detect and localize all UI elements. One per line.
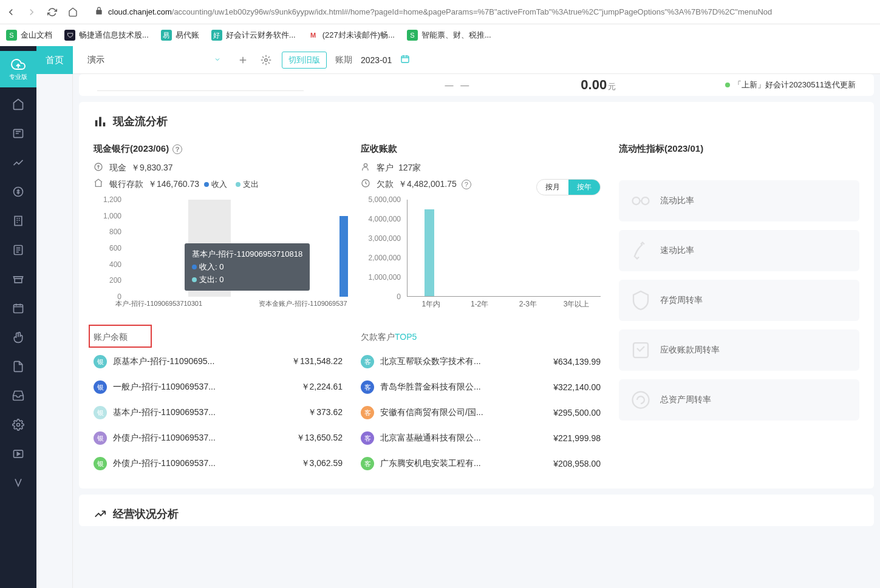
bar-group[interactable]: [326, 216, 362, 297]
cloud-upload-icon: [10, 57, 27, 72]
nav-home-button[interactable]: [67, 6, 79, 18]
account-icon: 银: [94, 355, 107, 368]
toggle-year[interactable]: 按年: [568, 180, 600, 195]
bookmark-item[interactable]: M(227封未读邮件)畅...: [308, 30, 395, 41]
top5-row[interactable]: 客北京富基融通科技有限公...¥221,999.98: [361, 425, 601, 451]
metric-card[interactable]: 速动比率: [619, 230, 859, 271]
metric-label: 流动比率: [660, 195, 694, 206]
tab-home-label: 首页: [46, 55, 64, 66]
account-row[interactable]: 银外债户-招行-1109069537...￥13,650.52: [94, 425, 343, 451]
liquidity-heading: 流动性指标(2023/01): [619, 143, 859, 155]
customer-icon: 客: [361, 457, 374, 470]
bookmark-label: 易代账: [176, 30, 199, 41]
bookmark-label: 金山文档: [21, 30, 52, 41]
svg-point-16: [642, 197, 649, 204]
bookmark-item[interactable]: 易易代账: [161, 30, 199, 41]
metric-card[interactable]: 应收账款周转率: [619, 329, 859, 371]
y-tick: 1,000,000: [369, 273, 401, 282]
tooltip-title: 基本户-招行-110906953710818: [192, 248, 302, 261]
metric-label: 存货周转率: [660, 295, 703, 306]
tab-home[interactable]: 首页: [36, 46, 73, 74]
sidebar-video-icon[interactable]: [6, 442, 30, 466]
plot-area: [407, 200, 601, 297]
settings-button[interactable]: [259, 53, 273, 67]
owed-label: 欠款: [377, 179, 394, 190]
sidebar-voucher-icon[interactable]: [6, 121, 30, 146]
top5-row[interactable]: 客青岛华胜普金科技有限公...¥322,140.00: [361, 374, 601, 400]
sidebar-inbox-icon[interactable]: [6, 384, 30, 408]
amount-value: 0.00: [581, 77, 607, 92]
url-bar[interactable]: cloud.chanjet.com/accounting/uw1eb00zy96…: [87, 3, 875, 21]
sidebar-v-icon[interactable]: [6, 471, 30, 495]
news-ticker[interactable]: 「上新」好会计20230511迭代更新: [725, 79, 856, 90]
nav-reload-button[interactable]: [46, 6, 58, 18]
app-container: 专业版 首页 演示 切到旧版 账期 2023-01: [0, 46, 880, 588]
account-row[interactable]: 银一般户-招行-1109069537...￥2,224.61: [94, 374, 343, 400]
user-icon: [361, 162, 372, 174]
browser-toolbar: cloud.chanjet.com/accounting/uw1eb00zy96…: [0, 0, 880, 24]
bookmarks-bar: S金山文档 🛡畅捷通信息技术股... 易易代账 好好会计云财务软件... M(2…: [0, 24, 880, 46]
customer-amount: ¥322,140.00: [553, 382, 601, 392]
search-stub[interactable]: [97, 79, 304, 91]
app-logo[interactable]: 专业版: [0, 51, 36, 87]
top5-row[interactable]: 客广东腾安机电安装工程有...¥208,958.00: [361, 451, 601, 476]
period-label: 账期: [335, 55, 352, 66]
nav-back-button[interactable]: [5, 6, 17, 18]
bookmark-item[interactable]: 🛡畅捷通信息技术股...: [64, 30, 149, 41]
customer-icon: 客: [361, 406, 374, 419]
legend-expense[interactable]: 支出: [236, 179, 259, 190]
sidebar-receipt-icon[interactable]: [6, 238, 30, 262]
bookmark-item[interactable]: S金山文档: [6, 30, 52, 41]
customer-amount: ¥221,999.98: [553, 433, 601, 443]
account-amount: ￥2,224.61: [301, 382, 343, 393]
sidebar-hand-icon[interactable]: [6, 325, 30, 350]
account-amount: ￥13,650.52: [296, 433, 343, 444]
y-tick: 5,000,000: [369, 195, 401, 204]
bookmark-item[interactable]: S智能票、财、税推...: [407, 30, 491, 41]
company-select[interactable]: 演示: [81, 52, 227, 68]
metric-card[interactable]: 总资产周转率: [619, 379, 859, 421]
account-row[interactable]: 银基本户-招行-1109069537...￥373.62: [94, 400, 343, 425]
nav-forward-button[interactable]: [26, 6, 38, 18]
bar[interactable]: [425, 209, 434, 296]
tooltip-expense: 支出: 0: [199, 275, 223, 284]
sidebar-chart-icon[interactable]: [6, 150, 30, 175]
legend-expense-label: 支出: [243, 179, 259, 190]
x-label: 1-2年: [455, 299, 504, 309]
sidebar-store-icon[interactable]: [6, 267, 30, 291]
sidebar-money-icon[interactable]: [6, 180, 30, 204]
account-name: 原基本户-招行-11090695...: [113, 356, 214, 367]
legend-income[interactable]: 收入: [204, 179, 227, 190]
sidebar-doc-icon[interactable]: [6, 354, 30, 379]
switch-old-button[interactable]: 切到旧版: [282, 52, 327, 69]
bookmark-item[interactable]: 好好会计云财务软件...: [211, 30, 296, 41]
metric-card[interactable]: 存货周转率: [619, 280, 859, 321]
help-icon[interactable]: ?: [462, 180, 471, 189]
tooltip-income: 收入: 0: [199, 262, 223, 271]
sidebar-home-icon[interactable]: [6, 92, 30, 117]
calendar-icon[interactable]: [400, 54, 410, 66]
top5-row[interactable]: 客北京互帮联众数字技术有...¥634,139.99: [361, 349, 601, 374]
customer-amount: ¥634,139.99: [553, 357, 601, 367]
trending-up-icon: [94, 507, 107, 521]
metric-card[interactable]: 流动比率: [619, 180, 859, 221]
x-label: 2-3年: [504, 299, 553, 309]
sidebar-building-icon[interactable]: [6, 209, 30, 233]
account-row[interactable]: 银原基本户-招行-11090695...￥131,548.22: [94, 349, 343, 374]
customer-label: 客户: [377, 163, 394, 174]
add-button[interactable]: [236, 53, 250, 67]
dot-icon: [725, 83, 730, 87]
account-name: 外债户-招行-1109069537...: [113, 458, 216, 469]
deposit-value: ￥146,760.73: [148, 179, 199, 190]
top5-row[interactable]: 客安徽有信商贸有限公司/国...¥295,500.00: [361, 400, 601, 425]
chart-legend: 收入 支出: [204, 179, 259, 190]
sidebar-gear-icon[interactable]: [6, 413, 30, 437]
toggle-month[interactable]: 按月: [537, 180, 568, 195]
account-row[interactable]: 银外债户-招行-1109069537...￥3,062.59: [94, 451, 343, 476]
x-axis-labels: 1年内 1-2年 2-3年 3年以上: [407, 299, 601, 309]
help-icon[interactable]: ?: [172, 144, 182, 154]
sidebar-calendar-icon[interactable]: [6, 296, 30, 320]
dot-icon: [192, 277, 197, 282]
lock-icon: [95, 7, 103, 17]
sidebar: 专业版: [0, 46, 36, 588]
